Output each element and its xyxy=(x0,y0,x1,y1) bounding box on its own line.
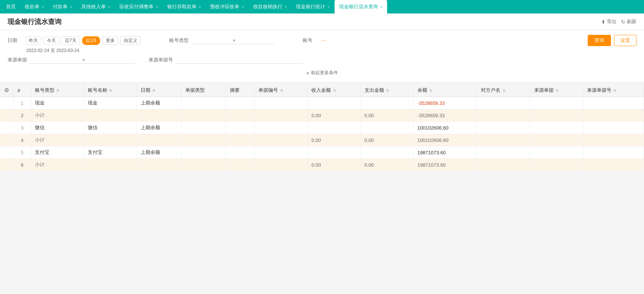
refresh-button[interactable]: ↻ 刷新 xyxy=(621,18,636,25)
row-account-name xyxy=(84,109,137,122)
table-header-row: ⚙ # 账号类型 ⇅ 账号名称 ⇅ 日期 ⇅ 单据类型 摘要 单据编号 ⇅ 收入… xyxy=(0,84,644,97)
row-expense: 0.00 xyxy=(360,134,413,146)
row-num: 3 xyxy=(14,122,31,134)
nav-item-home[interactable]: 首页 xyxy=(2,0,20,13)
row-source-doc xyxy=(530,109,583,122)
close-icon[interactable]: × xyxy=(156,0,158,13)
account-ellipsis[interactable]: ··· xyxy=(321,37,326,44)
nav-item-collection-exec[interactable]: 收款核销执行 × xyxy=(249,0,291,13)
row-num: 6 xyxy=(14,159,31,171)
col-account-type[interactable]: 账号类型 ⇅ xyxy=(31,84,84,97)
row-account-name: 微信 xyxy=(84,122,137,134)
collapse-up-icon: ∧ xyxy=(306,70,309,76)
table-row: 6 小计 0.00 0.00 19871073.60 xyxy=(0,159,644,171)
date-btn-custom[interactable]: 自定义 xyxy=(120,36,141,45)
row-income: 0.00 xyxy=(308,109,360,122)
chevron-down-icon: ▾ xyxy=(233,38,273,43)
row-num: 2 xyxy=(14,109,31,122)
column-settings[interactable]: ⚙ xyxy=(0,84,14,97)
nav-item-advance-receipt[interactable]: 预收冲应收单 × xyxy=(206,0,248,13)
date-btn-more[interactable]: 更多 xyxy=(102,36,118,45)
account-no-label: 账号 xyxy=(303,37,318,44)
row-gear xyxy=(0,134,14,146)
row-income xyxy=(308,97,360,109)
col-source-doc[interactable]: 来源单据 ⇅ xyxy=(530,84,583,97)
col-expense[interactable]: 支出金额 ⇅ xyxy=(360,84,413,97)
row-income xyxy=(308,122,360,134)
action-buttons: 查询 设置 xyxy=(588,35,636,46)
row-doc-type xyxy=(181,97,226,109)
close-icon[interactable]: × xyxy=(327,0,330,13)
source-doc-filter: 来源单据 ▾ xyxy=(8,57,135,64)
close-icon[interactable]: × xyxy=(108,0,110,13)
row-source-doc xyxy=(530,159,583,171)
row-source-doc xyxy=(530,97,583,109)
nav-item-other-income[interactable]: 其他收入单 × xyxy=(77,0,115,13)
row-summary xyxy=(226,134,255,146)
col-date[interactable]: 日期 ⇅ xyxy=(137,84,181,97)
settings-button[interactable]: 设置 xyxy=(614,35,636,46)
row-balance: 19871073.60 xyxy=(413,159,477,171)
table-row: 1 现金 现金 上期余额 -3528659.33 xyxy=(0,97,644,109)
query-button[interactable]: 查询 xyxy=(588,35,611,46)
row-source-doc-no xyxy=(583,159,644,171)
nav-item-bank-deposit[interactable]: 银行存取款单 × xyxy=(163,0,206,13)
col-doc-no[interactable]: 单据编号 ⇅ xyxy=(255,84,308,97)
row-balance: -3528659.33 xyxy=(413,97,477,109)
row-doc-type xyxy=(181,134,226,146)
date-btn-1month[interactable]: 近1月 xyxy=(82,36,101,45)
collapse-bar[interactable]: ∧ 收起更多条件 xyxy=(8,67,636,78)
row-source-doc-no xyxy=(583,97,644,109)
row-source-doc-no xyxy=(583,146,644,159)
refresh-icon: ↻ xyxy=(621,19,625,25)
nav-item-receipt[interactable]: 收款单 × xyxy=(20,0,48,13)
row-balance: 100102606.60 xyxy=(413,134,477,146)
date-btn-today[interactable]: 今天 xyxy=(44,36,59,45)
row-doc-type xyxy=(181,109,226,122)
export-button[interactable]: ⬆ 导出 xyxy=(601,18,617,25)
row-doc-type xyxy=(181,122,226,134)
nav-item-adjustment[interactable]: 应收应付调整单 × xyxy=(115,0,162,13)
col-account-name[interactable]: 账号名称 ⇅ xyxy=(84,84,137,97)
nav-item-cash-bank-stats[interactable]: 现金银行统计 × xyxy=(291,0,334,13)
row-date xyxy=(137,109,181,122)
close-icon[interactable]: × xyxy=(242,0,244,13)
row-expense: 0.00 xyxy=(360,109,413,122)
date-options: 昨天 今天 近7天 近1月 更多 自定义 xyxy=(26,36,141,45)
col-source-doc-no[interactable]: 来源单据号 ⇅ xyxy=(583,84,644,97)
close-icon[interactable]: × xyxy=(199,0,201,13)
gear-icon[interactable]: ⚙ xyxy=(4,87,9,93)
close-icon[interactable]: × xyxy=(285,0,287,13)
export-icon: ⬆ xyxy=(601,19,605,25)
row-gear xyxy=(0,109,14,122)
source-doc-select[interactable]: ▾ xyxy=(30,57,135,64)
date-btn-yesterday[interactable]: 昨天 xyxy=(26,36,41,45)
row-num: 5 xyxy=(14,146,31,159)
row-counterpart xyxy=(477,146,530,159)
date-filter: 日期 昨天 今天 近7天 近1月 更多 自定义 xyxy=(8,36,141,45)
row-account-name xyxy=(84,134,137,146)
row-account-type: 小计 xyxy=(31,159,84,171)
row-date: 上期余额 xyxy=(137,122,181,134)
nav-item-payment[interactable]: 付款单 × xyxy=(48,0,77,13)
row-source-doc-no xyxy=(583,109,644,122)
row-account-type: 微信 xyxy=(31,122,84,134)
nav-item-cash-bank-flow[interactable]: 现金银行流水查询 × xyxy=(335,0,387,13)
filter-row-1: 日期 昨天 今天 近7天 近1月 更多 自定义 账号类型 ▾ 账号 ··· xyxy=(8,35,636,46)
page-title: 现金银行流水查询 xyxy=(8,17,62,26)
close-icon[interactable]: × xyxy=(42,0,44,13)
source-doc-no-input[interactable] xyxy=(176,56,303,64)
col-doc-type[interactable]: 单据类型 xyxy=(181,84,226,97)
col-income[interactable]: 收入金额 ⇅ xyxy=(308,84,360,97)
account-type-select[interactable]: ▾ xyxy=(192,37,274,44)
row-source-doc-no xyxy=(583,122,644,134)
date-btn-7days[interactable]: 近7天 xyxy=(62,36,80,45)
row-income xyxy=(308,146,360,159)
table-row: 5 支付宝 支付宝 上期余额 19871073.60 xyxy=(0,146,644,159)
close-icon[interactable]: × xyxy=(380,0,383,13)
col-counterpart[interactable]: 对方户名 ⇅ xyxy=(477,84,530,97)
col-summary: 摘要 xyxy=(226,84,255,97)
source-doc-no-label: 来源单据号 xyxy=(149,57,173,63)
col-balance[interactable]: 余额 ⇅ xyxy=(413,84,477,97)
close-icon[interactable]: × xyxy=(70,0,72,13)
